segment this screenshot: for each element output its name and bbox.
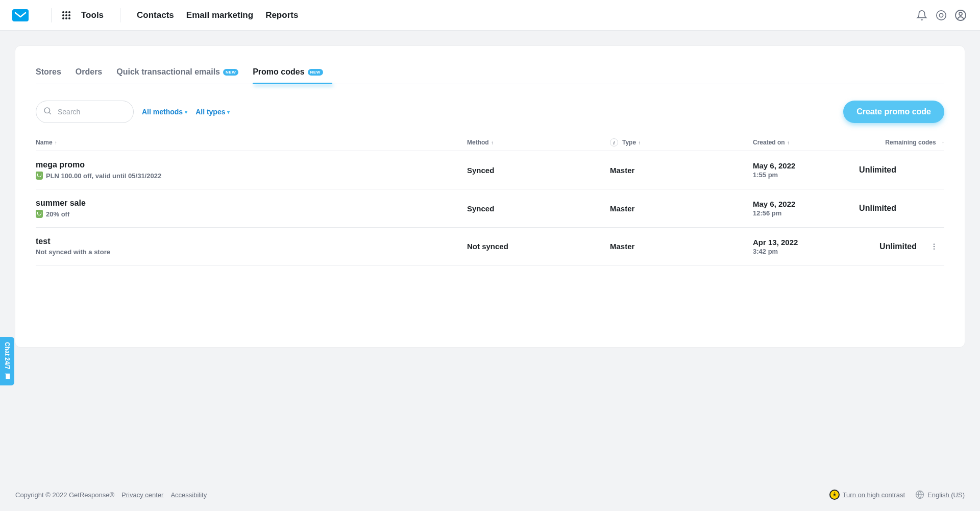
row-type: Master [610,166,753,175]
notifications-icon[interactable] [915,8,929,22]
contrast-label: Turn on high contrast [843,491,905,499]
filter-label: All types [195,108,225,116]
chevron-down-icon: ▾ [227,109,230,115]
accessibility-icon [829,490,840,500]
copyright: Copyright © 2022 GetResponse® [15,491,114,499]
nav-tools[interactable]: Tools [75,10,110,20]
row-title: mega promo [36,160,467,169]
info-icon[interactable]: i [610,138,618,147]
col-label: Type [622,139,636,146]
badge-new: NEW [223,69,238,76]
row-actions-menu[interactable] [924,242,944,251]
row-type: Master [610,242,753,251]
svg-point-9 [68,17,70,19]
svg-rect-0 [12,9,29,21]
row-subtitle: 20% off [36,210,467,218]
col-label: Name [36,139,53,146]
svg-point-1 [62,11,64,13]
row-type: Master [610,204,753,213]
col-header-name[interactable]: Name↑ [36,138,467,147]
table-row[interactable]: testNot synced with a storeNot syncedMas… [36,228,944,265]
divider [120,8,120,22]
col-header-type[interactable]: i Type↑ [610,138,753,147]
svg-point-13 [959,12,962,15]
row-time: 12:56 pm [753,209,845,217]
row-method: Synced [467,204,610,213]
sort-icon: ↑ [787,140,790,145]
row-remaining: Unlimited [845,242,924,251]
link-accessibility[interactable]: Accessibility [170,491,207,499]
nav-contacts[interactable]: Contacts [131,10,180,20]
divider [51,8,52,22]
tab-orders[interactable]: Orders [76,62,102,84]
table-row[interactable]: mega promoPLN 100.00 off, valid until 05… [36,151,944,189]
chat-icon [3,372,11,380]
high-contrast-toggle[interactable]: Turn on high contrast [829,490,905,500]
row-method: Not synced [467,242,610,251]
svg-point-7 [62,17,64,19]
row-remaining: Unlimited [845,165,924,175]
apps-grid-icon[interactable] [62,11,71,20]
svg-point-18 [834,493,835,494]
row-title: summer sale [36,199,467,208]
row-date: May 6, 2022 [753,161,845,170]
svg-point-14 [44,108,50,113]
svg-point-11 [939,13,943,17]
filter-label: All methods [142,108,183,116]
col-label: Method [467,139,489,146]
row-subtitle: PLN 100.00 off, valid until 05/31/2022 [36,172,467,180]
sort-icon: ↑ [491,140,494,145]
table-header: Name↑ Method↑ i Type↑ Created on↑ Remain… [36,133,944,151]
svg-point-10 [937,10,946,19]
chat-label: Chat 24/7 [4,342,11,369]
svg-point-16 [934,246,935,247]
nav-reports[interactable]: Reports [259,10,304,20]
svg-point-5 [65,14,67,16]
row-subtitle: Not synced with a store [36,248,467,256]
col-header-remaining[interactable]: Remaining codes ↑ [845,138,944,147]
svg-point-8 [65,17,67,19]
row-date: May 6, 2022 [753,200,845,208]
create-promo-code-button[interactable]: Create promo code [843,101,944,123]
shopify-icon [36,210,43,218]
table-row[interactable]: summer sale20% offSyncedMasterMay 6, 202… [36,189,944,228]
link-privacy[interactable]: Privacy center [121,491,163,499]
svg-point-17 [934,248,935,249]
search-box [36,101,134,123]
tab-label: Quick transactional emails [116,67,220,77]
row-time: 3:42 pm [753,248,845,255]
search-icon [43,106,52,117]
badge-new: NEW [308,69,323,76]
nav-email-marketing[interactable]: Email marketing [180,10,259,20]
chat-tab[interactable]: Chat 24/7 [0,337,14,385]
logo[interactable] [12,9,29,21]
shopify-icon [36,172,43,180]
tab-quick-transactional-emails[interactable]: Quick transactional emails NEW [116,62,238,84]
sort-icon: ↑ [942,140,944,145]
sort-icon: ↑ [55,140,57,145]
col-label: Remaining codes [885,139,936,146]
chevron-down-icon: ▾ [185,109,187,115]
svg-point-4 [62,14,64,16]
row-time: 1:55 pm [753,171,845,179]
filter-types[interactable]: All types ▾ [195,108,230,116]
filter-methods[interactable]: All methods ▾ [142,108,187,116]
svg-point-15 [934,244,935,245]
row-method: Synced [467,166,610,175]
svg-point-6 [68,14,70,16]
main-panel: Stores Orders Quick transactional emails… [15,46,965,347]
col-header-created[interactable]: Created on↑ [753,138,845,147]
language-select[interactable]: English (US) [915,490,965,499]
tab-stores[interactable]: Stores [36,62,61,84]
col-header-method[interactable]: Method↑ [467,138,610,147]
app-header: Tools Contacts Email marketing Reports [0,0,980,31]
svg-point-2 [65,11,67,13]
sort-icon: ↑ [638,140,641,145]
col-label: Created on [753,139,785,146]
tab-promo-codes[interactable]: Promo codes NEW [253,62,323,84]
row-remaining: Unlimited [845,204,924,213]
help-icon[interactable] [934,8,948,22]
account-icon[interactable] [953,8,968,22]
promo-codes-table: Name↑ Method↑ i Type↑ Created on↑ Remain… [36,133,944,265]
row-date: Apr 13, 2022 [753,238,845,247]
